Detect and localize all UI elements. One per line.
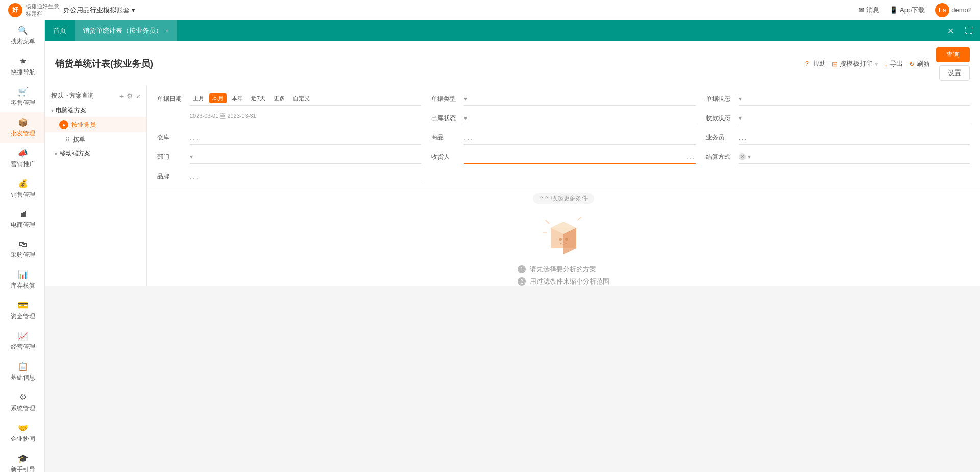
- enterprise-icon: 🤝: [18, 423, 28, 433]
- tab-maximize-btn[interactable]: ⛶: [962, 23, 976, 38]
- sidebar-item-newbie[interactable]: 🎓 新手引导: [0, 449, 44, 472]
- scheme-sub-item-by-order[interactable]: ⠿ 按单: [45, 132, 146, 147]
- tab-close-icon[interactable]: ×: [165, 27, 169, 34]
- tab-home[interactable]: 首页: [45, 26, 75, 35]
- search-menu-icon: 🔍: [18, 26, 28, 35]
- wholesale-icon: 📦: [18, 117, 28, 127]
- sidebar-item-retail[interactable]: 🛒 零售管理: [0, 82, 44, 112]
- product-dots[interactable]: ...: [464, 133, 473, 141]
- sidebar-item-basic[interactable]: 📋 基础信息: [0, 357, 44, 387]
- tab-current[interactable]: 销货单统计表（按业务员） ×: [75, 20, 177, 41]
- doc-status-dropdown-icon[interactable]: ▾: [739, 95, 742, 102]
- sidebar-item-inventory[interactable]: 📊 库存核算: [0, 265, 44, 295]
- app-download-action[interactable]: 📱 App下载: [890, 6, 925, 15]
- pc-scheme-group[interactable]: ▾ 电脑端方案: [45, 104, 146, 117]
- help-btn[interactable]: ？ 帮助: [804, 59, 826, 68]
- scheme-item-by-salesperson[interactable]: ● 按业务员: [45, 117, 146, 132]
- collapse-up-icon: ⌃⌃: [539, 195, 549, 202]
- sidebar-item-finance[interactable]: 💳 资金管理: [0, 295, 44, 326]
- date-btn-this-year[interactable]: 本年: [229, 93, 246, 103]
- filter-row-receiver: 收货人 ...: [431, 150, 695, 164]
- date-btn-more[interactable]: 更多: [271, 93, 288, 103]
- system-icon: ⚙: [19, 392, 27, 402]
- filter-row-date: 单据日期 上月 本月 本年 近7天 更多 自定义: [157, 91, 421, 106]
- doc-type-dropdown-icon[interactable]: ▾: [464, 95, 467, 102]
- user-action[interactable]: Ea demo2: [935, 3, 972, 17]
- sidebar-item-search-menu[interactable]: 🔍 搜索菜单: [0, 20, 44, 51]
- right-action-area: 查询 设置: [936, 47, 970, 81]
- receiver-input[interactable]: [464, 153, 684, 160]
- active-scheme-dot: ●: [59, 120, 68, 129]
- filter-row-date-range: 2023-03-01 至 2023-03-31: [157, 107, 421, 125]
- tab-close-btn[interactable]: ✕: [943, 23, 958, 38]
- receiver-control[interactable]: ...: [464, 150, 695, 164]
- sidebar-item-system[interactable]: ⚙ 系统管理: [0, 387, 44, 418]
- collapse-bar: ⌃⌃ 收起更多条件: [147, 190, 980, 207]
- collapse-scheme-btn[interactable]: «: [136, 92, 140, 100]
- main-layout: 🔍 搜索菜单 ★ 快捷导航 🛒 零售管理 📦 批发管理 📣 营销推广 💰 销售管…: [0, 20, 980, 472]
- receiver-dots[interactable]: ...: [687, 153, 696, 161]
- date-range-text: 2023-03-01 至 2023-03-31: [190, 112, 256, 120]
- export-icon: ↓: [885, 60, 888, 68]
- collect-status-dropdown-icon[interactable]: ▾: [739, 114, 742, 122]
- brand-dots[interactable]: ...: [190, 172, 199, 180]
- export-btn[interactable]: ↓ 导出: [885, 59, 903, 68]
- mobile-scheme-group[interactable]: ▸ 移动端方案: [45, 147, 146, 160]
- department-dropdown-icon[interactable]: ▾: [190, 153, 193, 160]
- newbie-icon: 🎓: [18, 454, 28, 463]
- warehouse-dots[interactable]: ...: [190, 133, 199, 141]
- salesperson-dots[interactable]: ...: [739, 133, 748, 141]
- settings-button[interactable]: 设置: [939, 65, 970, 81]
- date-btn-last-month[interactable]: 上月: [190, 93, 207, 103]
- refresh-btn[interactable]: ↻ 刷新: [909, 59, 930, 68]
- print-btn[interactable]: ⊞ 按模板打印 ▾: [832, 59, 878, 68]
- collapse-conditions-btn[interactable]: ⌃⌃ 收起更多条件: [533, 193, 594, 204]
- filter-row-salesperson: 业务员 ...: [706, 130, 970, 145]
- filter-row-doc-status: 单据状态 ▾: [706, 91, 970, 106]
- date-control: 上月 本月 本年 近7天 更多 自定义: [190, 91, 421, 106]
- message-action[interactable]: ✉ 消息: [859, 6, 879, 15]
- doc-type-control[interactable]: ▾: [464, 91, 695, 106]
- svg-point-4: [559, 238, 562, 241]
- scheme-panel: 按以下方案查询 + ⚙ « ▾ 电脑端方案 ● 按业务员: [45, 85, 147, 286]
- step-2-num: 2: [518, 277, 526, 286]
- sidebar-item-shortcut[interactable]: ★ 快捷导航: [0, 51, 44, 82]
- collect-status-control[interactable]: ▾: [739, 111, 970, 125]
- filter-row-out-status: 出库状态 ▾: [431, 111, 695, 125]
- sidebar-item-wholesale[interactable]: 📦 批发管理: [0, 112, 44, 143]
- sidebar-item-marketing[interactable]: 📣 营销推广: [0, 143, 44, 174]
- date-btn-7days[interactable]: 近7天: [248, 93, 268, 103]
- sidebar-item-enterprise[interactable]: 🤝 企业协同: [0, 418, 44, 449]
- filter-row-department: 部门 ▾: [157, 150, 421, 164]
- out-status-control[interactable]: ▾: [464, 111, 695, 125]
- brand-control[interactable]: ...: [190, 169, 421, 183]
- top-bar-left: 好 畅捷通好生意 标题栏 办公用品行业模拟账套 ▾: [8, 3, 135, 17]
- product-control[interactable]: ...: [464, 130, 695, 145]
- sidebar-item-purchase[interactable]: 🛍 采购管理: [0, 234, 44, 265]
- page-actions: ？ 帮助 ⊞ 按模板打印 ▾ ↓ 导出 ↻ 刷新: [804, 47, 970, 81]
- filter-grid: 单据日期 上月 本月 本年 近7天 更多 自定义: [147, 85, 980, 190]
- sidebar-item-operation[interactable]: 📈 经营管理: [0, 326, 44, 357]
- payment-dropdown-icon[interactable]: ▾: [748, 153, 751, 160]
- date-btn-this-month[interactable]: 本月: [209, 93, 227, 103]
- query-button[interactable]: 查询: [936, 47, 970, 62]
- out-status-dropdown-icon[interactable]: ▾: [464, 114, 467, 122]
- doc-status-control[interactable]: ▾: [739, 91, 970, 106]
- payment-clear-btn[interactable]: ✕: [739, 153, 746, 160]
- salesperson-control[interactable]: ...: [739, 130, 970, 145]
- add-scheme-btn[interactable]: +: [119, 92, 124, 100]
- industry-dropdown[interactable]: 办公用品行业模拟账套 ▾: [63, 6, 135, 15]
- settings-scheme-btn[interactable]: ⚙: [127, 92, 133, 100]
- filter-row-warehouse: 仓库 ...: [157, 130, 421, 145]
- sidebar-item-ecommerce[interactable]: 🖥 电商管理: [0, 204, 44, 234]
- warehouse-control[interactable]: ...: [190, 130, 421, 145]
- finance-icon: 💳: [18, 300, 28, 310]
- print-dropdown-icon[interactable]: ▾: [875, 60, 878, 68]
- brand-label: 品牌: [157, 172, 186, 181]
- date-btn-custom[interactable]: 自定义: [290, 93, 313, 103]
- sidebar-item-sales[interactable]: 💰 销售管理: [0, 174, 44, 204]
- logo-area: 好 畅捷通好生意 标题栏: [8, 3, 59, 17]
- scheme-panel-actions: + ⚙ «: [119, 92, 140, 100]
- sales-icon: 💰: [18, 179, 28, 188]
- department-control[interactable]: ▾: [190, 150, 421, 164]
